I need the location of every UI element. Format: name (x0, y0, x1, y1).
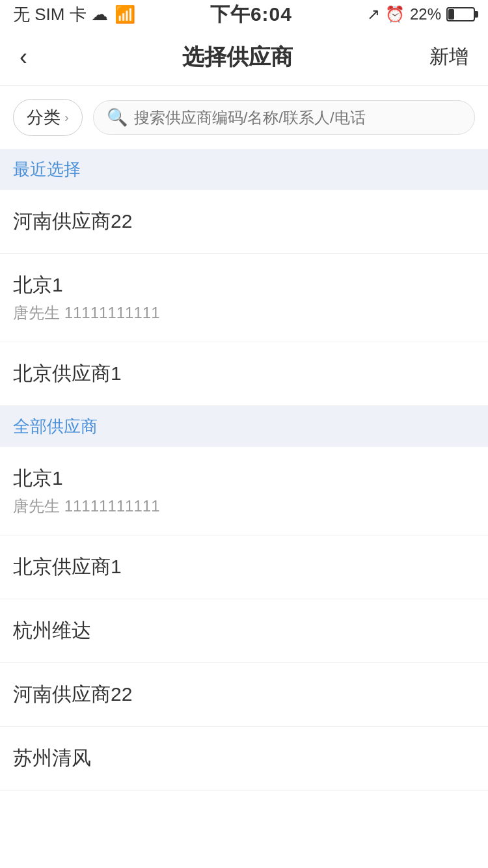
list-item[interactable]: 北京1 唐先生 11111111111 (0, 254, 488, 342)
item-name: 北京1 (13, 465, 475, 492)
list-item[interactable]: 北京供应商1 (0, 342, 488, 406)
sim-status: 无 SIM 卡 ☁ (13, 3, 108, 26)
item-name: 河南供应商22 (13, 208, 475, 235)
recent-section-header: 最近选择 (0, 149, 488, 190)
status-left: 无 SIM 卡 ☁ 📶 (13, 3, 135, 26)
category-filter-button[interactable]: 分类 › (13, 99, 83, 136)
all-section-header: 全部供应商 (0, 406, 488, 447)
item-sub: 唐先生 11111111111 (13, 303, 475, 323)
item-name: 北京供应商1 (13, 554, 475, 580)
search-icon: 🔍 (107, 107, 128, 128)
battery-percentage: 22% (410, 5, 441, 23)
add-button[interactable]: 新增 (416, 44, 468, 70)
recent-list: 河南供应商22 北京1 唐先生 11111111111北京供应商1 (0, 190, 488, 406)
back-button[interactable]: ‹ (20, 44, 59, 71)
search-box[interactable]: 🔍 (93, 100, 475, 135)
list-item[interactable]: 苏州清风 (0, 727, 488, 791)
filter-bar: 分类 › 🔍 (0, 86, 488, 149)
item-name: 苏州清风 (13, 745, 475, 772)
item-name: 北京1 (13, 272, 475, 299)
category-label: 分类 (27, 106, 61, 129)
all-suppliers-list: 北京1 唐先生 11111111111北京供应商1 杭州维达 河南供应商22 苏… (0, 447, 488, 791)
list-item[interactable]: 北京供应商1 (0, 536, 488, 599)
recent-section-label: 最近选择 (13, 159, 81, 179)
battery-icon (446, 7, 475, 21)
chevron-right-icon: › (64, 110, 69, 125)
nav-bar: ‹ 选择供应商 新增 (0, 29, 488, 86)
wifi-icon: 📶 (115, 5, 135, 25)
item-name: 杭州维达 (13, 617, 475, 644)
status-right: ↗ ⏰ 22% (367, 5, 475, 23)
item-name: 北京供应商1 (13, 360, 475, 387)
all-section-label: 全部供应商 (13, 416, 98, 436)
search-input[interactable] (134, 109, 461, 127)
list-item[interactable]: 北京1 唐先生 11111111111 (0, 447, 488, 536)
item-sub: 唐先生 11111111111 (13, 496, 475, 517)
location-icon: ↗ (367, 5, 380, 23)
list-item[interactable]: 河南供应商22 (0, 190, 488, 254)
status-bar: 无 SIM 卡 ☁ 📶 下午6:04 ↗ ⏰ 22% (0, 0, 488, 29)
item-name: 河南供应商22 (13, 681, 475, 708)
status-time: 下午6:04 (210, 1, 292, 28)
page-title: 选择供应商 (59, 42, 416, 72)
alarm-icon: ⏰ (385, 5, 405, 23)
list-item[interactable]: 杭州维达 (0, 599, 488, 663)
list-item[interactable]: 河南供应商22 (0, 663, 488, 727)
